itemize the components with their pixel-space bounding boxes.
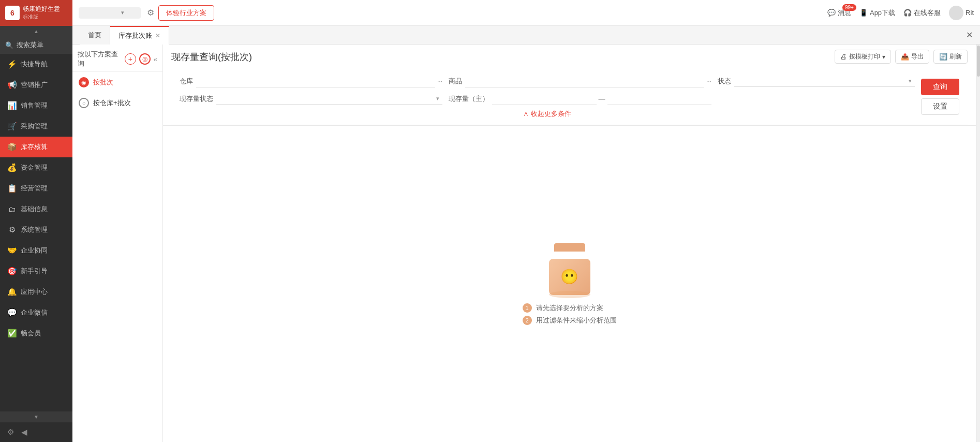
print-label: 按模板打印 bbox=[849, 52, 880, 61]
messages-badge: 99+ bbox=[842, 4, 856, 11]
xitong-icon: ⚙ bbox=[7, 225, 17, 234]
left-panel: 按以下方案查询 + ◎ « ◉ 按批次 ○ 按仓库+批次 bbox=[72, 45, 163, 442]
product-field: 商品 ··· bbox=[449, 75, 711, 87]
xinshou-icon: 🎯 bbox=[7, 267, 17, 276]
tab-kucun-label: 库存批次账 bbox=[118, 31, 152, 40]
warehouse-label: 仓库 bbox=[180, 77, 196, 86]
settings-button[interactable]: 设置 bbox=[921, 98, 959, 115]
sidebar-item-caigou[interactable]: 🛒 采购管理 bbox=[0, 116, 72, 137]
topbar-chevron-icon[interactable]: ▾ bbox=[121, 9, 124, 16]
tab-home-label: 首页 bbox=[88, 31, 101, 40]
qty-dash: — bbox=[597, 95, 607, 103]
sidebar-item-xitong[interactable]: ⚙ 系统管理 bbox=[0, 219, 72, 240]
topbar-search-input[interactable] bbox=[83, 9, 119, 17]
status-dropdown[interactable]: ▾ bbox=[734, 76, 915, 87]
print-button[interactable]: 🖨 按模板打印 ▾ bbox=[835, 50, 891, 64]
sidebar-item-yingxiao[interactable]: 📢 营销推广 bbox=[0, 75, 72, 95]
product-label: 商品 bbox=[449, 77, 465, 86]
sidebar-header: 6 畅康通好生意 标准版 bbox=[0, 0, 72, 26]
yingxiao-icon: 📢 bbox=[7, 80, 17, 90]
sidebar-item-label: 经营管理 bbox=[21, 184, 48, 193]
topbar-gear-icon[interactable]: ⚙ bbox=[147, 8, 154, 18]
inventory-status-field: 现存量状态 ▾ bbox=[180, 93, 442, 105]
collapse-sidebar-icon[interactable]: ◀ bbox=[21, 428, 27, 437]
inventory-status-dropdown[interactable]: ▾ bbox=[216, 93, 442, 105]
scroll-thumb[interactable] bbox=[977, 46, 980, 77]
warehouse-more-icon[interactable]: ··· bbox=[437, 78, 442, 85]
sidebar-item-label: 企业协同 bbox=[21, 246, 48, 255]
zijin-icon: 💰 bbox=[7, 163, 17, 172]
right-scrollbar[interactable] bbox=[976, 45, 980, 442]
empty-tip-2: 2 用过滤条件来缩小分析范围 bbox=[523, 316, 617, 325]
product-more-icon[interactable]: ··· bbox=[706, 78, 711, 85]
sidebar-item-label: 系统管理 bbox=[21, 225, 48, 234]
product-input[interactable] bbox=[465, 75, 704, 87]
sidebar-item-label: 基础信息 bbox=[21, 204, 48, 214]
service-label: 在线客服 bbox=[914, 8, 941, 18]
pizhang-active-icon: ◉ bbox=[79, 77, 89, 87]
settings-icon[interactable]: ⚙ bbox=[7, 428, 14, 437]
sidebar-item-yingyong[interactable]: 🔔 应用中心 bbox=[0, 282, 72, 302]
app-download-button[interactable]: 📱 App下载 bbox=[859, 8, 895, 18]
scheme-item-pizhang-label: 按批次 bbox=[93, 78, 113, 87]
inventory-qty-field: 现存量（主） — bbox=[449, 93, 711, 105]
sidebar-item-jichu[interactable]: 🗂 基础信息 bbox=[0, 199, 72, 219]
tab-home[interactable]: 首页 bbox=[80, 26, 110, 45]
topbar: ▾ ⚙ 体验行业方案 💬 消息 99+ 📱 App下载 🎧 在线客服 Rit bbox=[72, 0, 980, 26]
scheme-item-cangku-pizhang[interactable]: ○ 按仓库+批次 bbox=[72, 93, 162, 113]
sidebar-item-jingying[interactable]: 📋 经营管理 bbox=[0, 178, 72, 199]
online-service-button[interactable]: 🎧 在线客服 bbox=[903, 8, 941, 18]
empty-tip-1: 1 请先选择要分析的方案 bbox=[523, 303, 617, 313]
sidebar-item-label: 采购管理 bbox=[21, 122, 48, 131]
sidebar-item-kuaijie[interactable]: ⚡ 快捷导航 bbox=[0, 54, 72, 75]
qiye-icon: 🤝 bbox=[7, 246, 17, 255]
jichu-icon: 🗂 bbox=[7, 205, 17, 214]
sidebar-item-label: 企业微信 bbox=[21, 308, 48, 317]
sidebar-item-qiye[interactable]: 🤝 企业协同 bbox=[0, 240, 72, 261]
export-button[interactable]: 📤 导出 bbox=[895, 50, 929, 64]
sidebar-item-xinshou[interactable]: 🎯 新手引导 bbox=[0, 261, 72, 282]
trial-button[interactable]: 体验行业方案 bbox=[158, 5, 214, 21]
service-icon: 🎧 bbox=[903, 9, 912, 17]
collapse-panel-icon[interactable]: « bbox=[154, 55, 157, 63]
sidebar-scroll-up[interactable]: ▲ bbox=[0, 26, 72, 36]
sidebar-item-weixin[interactable]: 💬 企业微信 bbox=[0, 302, 72, 323]
print-chevron-icon: ▾ bbox=[882, 53, 885, 61]
weixin-icon: 💬 bbox=[7, 308, 17, 317]
filter-row-2: 现存量状态 ▾ 现存量（主） — bbox=[180, 93, 915, 105]
empty-shadow bbox=[549, 291, 590, 298]
filter-main: 仓库 ··· 商品 ··· 状态 bbox=[180, 75, 915, 119]
warehouse-field: 仓库 ··· bbox=[180, 75, 442, 87]
inventory-status-arrow: ▾ bbox=[436, 95, 439, 102]
tab-close-right[interactable]: ✕ bbox=[959, 30, 980, 40]
sidebar-item-huiyuan[interactable]: ✅ 畅会员 bbox=[0, 323, 72, 344]
tab-kucun-pizhang[interactable]: 库存批次账 ✕ bbox=[110, 26, 169, 45]
right-panel: 现存量查询(按批次) 🖨 按模板打印 ▾ 📤 导出 🔄 bbox=[163, 45, 976, 442]
scheme-settings-button[interactable]: ◎ bbox=[139, 53, 151, 65]
sidebar-item-label: 畅会员 bbox=[21, 329, 41, 338]
sidebar-item-zijin[interactable]: 💰 资金管理 bbox=[0, 157, 72, 178]
status-dropdown-arrow: ▾ bbox=[909, 78, 912, 84]
tip-num-1: 1 bbox=[523, 303, 532, 313]
refresh-button[interactable]: 🔄 刷新 bbox=[933, 50, 968, 64]
query-button[interactable]: 查询 bbox=[921, 79, 959, 95]
tab-close-icon[interactable]: ✕ bbox=[155, 32, 160, 39]
sidebar-search[interactable]: 🔍 搜索菜单 bbox=[0, 36, 72, 54]
topbar-search-wrap[interactable]: ▾ bbox=[79, 7, 141, 19]
sidebar-scroll-down[interactable]: ▼ bbox=[0, 411, 72, 422]
collapse-button[interactable]: ∧ 收起更多条件 bbox=[180, 105, 915, 119]
sidebar-item-label: 快捷导航 bbox=[21, 60, 48, 69]
sidebar-item-xiaoshou[interactable]: 📊 销售管理 bbox=[0, 95, 72, 116]
user-avatar-area[interactable]: Rit bbox=[949, 6, 974, 20]
scheme-item-pizhang[interactable]: ◉ 按批次 bbox=[72, 72, 162, 93]
messages-button[interactable]: 💬 消息 99+ bbox=[827, 8, 851, 18]
left-panel-title: 按以下方案查询 bbox=[78, 50, 125, 68]
inventory-qty-to[interactable] bbox=[607, 93, 712, 105]
add-scheme-button[interactable]: + bbox=[125, 53, 136, 65]
sidebar-item-kucun[interactable]: 📦 库存核算 bbox=[0, 137, 72, 157]
left-panel-actions: + ◎ « bbox=[125, 53, 157, 65]
warehouse-input[interactable] bbox=[196, 75, 435, 87]
kucun-icon: 📦 bbox=[7, 142, 17, 152]
page-header: 现存量查询(按批次) 🖨 按模板打印 ▾ 📤 导出 🔄 bbox=[163, 45, 976, 126]
inventory-qty-from[interactable] bbox=[492, 93, 597, 105]
